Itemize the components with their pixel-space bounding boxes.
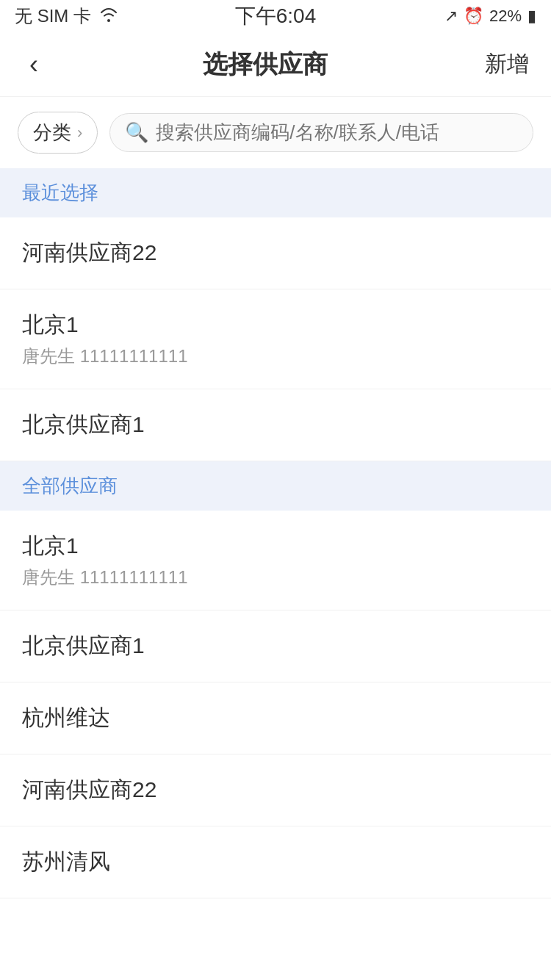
search-area: 分类 › 🔍	[0, 97, 551, 168]
status-time: 下午6:04	[235, 2, 317, 30]
list-item[interactable]: 苏州清风	[0, 826, 551, 898]
search-box: 🔍	[109, 113, 533, 152]
wifi-icon	[98, 6, 119, 26]
search-icon: 🔍	[125, 121, 148, 144]
status-bar: 无 SIM 卡 下午6:04 ↗ ⏰ 22% ▮	[0, 0, 551, 32]
chevron-right-icon: ›	[77, 123, 82, 143]
all-section-header: 全部供应商	[0, 461, 551, 511]
list-item[interactable]: 河南供应商22	[0, 217, 551, 289]
item-name: 北京供应商1	[22, 631, 529, 661]
back-button[interactable]: ‹	[22, 42, 46, 87]
battery-icon: ▮	[527, 7, 536, 26]
item-name: 河南供应商22	[22, 775, 529, 805]
list-item[interactable]: 北京1唐先生 11111111111	[0, 511, 551, 610]
location-icon: ↗	[444, 7, 458, 26]
list-item[interactable]: 北京1唐先生 11111111111	[0, 289, 551, 389]
add-new-button[interactable]: 新增	[485, 49, 529, 79]
sim-text: 无 SIM 卡	[15, 4, 91, 28]
battery-text: 22%	[489, 7, 522, 26]
all-section-label: 全部供应商	[22, 475, 118, 497]
category-label: 分类	[33, 120, 71, 145]
recent-section-label: 最近选择	[22, 181, 98, 203]
recent-section-header: 最近选择	[0, 168, 551, 217]
item-name: 北京1	[22, 310, 529, 340]
list-item[interactable]: 杭州维达	[0, 682, 551, 754]
item-name: 杭州维达	[22, 703, 529, 733]
item-sub: 唐先生 11111111111	[22, 566, 529, 589]
item-sub: 唐先生 11111111111	[22, 345, 529, 368]
recent-list: 河南供应商22北京1唐先生 11111111111北京供应商1	[0, 217, 551, 461]
alarm-icon: ⏰	[464, 7, 483, 26]
list-item[interactable]: 北京供应商1	[0, 389, 551, 461]
search-input[interactable]	[156, 121, 518, 144]
status-left: 无 SIM 卡	[15, 4, 119, 28]
all-list: 北京1唐先生 11111111111北京供应商1杭州维达河南供应商22苏州清风	[0, 511, 551, 898]
category-button[interactable]: 分类 ›	[18, 112, 98, 154]
item-name: 北京供应商1	[22, 410, 529, 440]
page-title: 选择供应商	[203, 48, 328, 82]
nav-bar: ‹ 选择供应商 新增	[0, 32, 551, 97]
item-name: 河南供应商22	[22, 238, 529, 268]
status-right: ↗ ⏰ 22% ▮	[444, 7, 536, 26]
item-name: 北京1	[22, 531, 529, 561]
list-item[interactable]: 河南供应商22	[0, 754, 551, 826]
item-name: 苏州清风	[22, 847, 529, 877]
list-item[interactable]: 北京供应商1	[0, 610, 551, 682]
